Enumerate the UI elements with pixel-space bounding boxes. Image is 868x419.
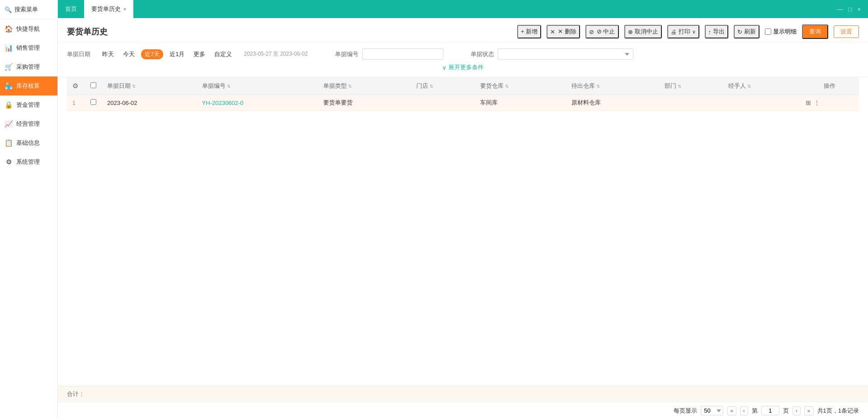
date-option-yesterday[interactable]: 昨天 bbox=[99, 49, 117, 59]
filter-row-1: 单据日期 昨天 今天 近7天 近1月 更多 自定义 2023-05-27 至 2… bbox=[67, 48, 859, 60]
sum-label: 合计： bbox=[67, 390, 85, 398]
first-page-btn[interactable]: « bbox=[727, 406, 736, 415]
th-gear[interactable]: ⚙ bbox=[67, 77, 85, 95]
window-close-icon[interactable]: × bbox=[857, 6, 861, 13]
display-detail-wrap: 显示明细 bbox=[765, 28, 797, 36]
export-label: 导出 bbox=[713, 28, 725, 36]
sidebar-item-finance[interactable]: 🔒 资金管理 bbox=[0, 95, 57, 114]
page-actions: + 新增 ✕ ✕ 删除 ⊘ ⊘ 中止 ⊗ 取消中止 🖨 打印 ∨ bbox=[517, 24, 859, 39]
settings-button[interactable]: 设置 bbox=[834, 25, 859, 38]
row-view-btn[interactable]: ⊞ bbox=[806, 99, 811, 106]
date-filter-options: 昨天 今天 近7天 近1月 更多 自定义 bbox=[99, 49, 235, 59]
stop-icon: ⊘ bbox=[589, 29, 594, 35]
th-store[interactable]: 门店⇅ bbox=[411, 77, 475, 95]
th-doctype-label: 单据类型 bbox=[323, 82, 347, 89]
sidebar-item-shortcut-label: 快捷导航 bbox=[16, 25, 40, 33]
row-docno: YH-20230602-0 bbox=[197, 95, 318, 111]
th-docno[interactable]: 单据编号⇅ bbox=[197, 77, 318, 95]
new-button[interactable]: + 新增 bbox=[517, 25, 541, 38]
table-container: ⚙ 单据日期⇅ 单据编号⇅ 单据类型⇅ 门店⇅ 要货仓库⇅ 待出仓库⇅ 部门⇅ … bbox=[58, 77, 868, 386]
refresh-label: 刷新 bbox=[744, 28, 756, 36]
sidebar-item-finance-label: 资金管理 bbox=[16, 101, 40, 109]
cancel-stop-label: 取消中止 bbox=[635, 28, 658, 36]
print-label: 打印 bbox=[679, 28, 690, 36]
sidebar-item-operation[interactable]: 📈 经营管理 bbox=[0, 114, 57, 133]
sidebar-item-basic[interactable]: 📋 基础信息 bbox=[0, 133, 57, 152]
query-button[interactable]: 查询 bbox=[802, 24, 828, 39]
cancel-stop-button[interactable]: ⊗ 取消中止 bbox=[624, 25, 662, 38]
page-header: 要货单历史 + 新增 ✕ ✕ 删除 ⊘ ⊘ 中止 ⊗ 取消中止 🖨 打印 bbox=[58, 18, 868, 43]
th-department[interactable]: 部门⇅ bbox=[659, 77, 723, 95]
export-icon: ↑ bbox=[708, 29, 712, 35]
sort-arrows-docno: ⇅ bbox=[227, 84, 231, 89]
window-minimize-icon[interactable]: — bbox=[837, 6, 843, 13]
date-option-today[interactable]: 今天 bbox=[120, 49, 137, 59]
sales-icon: 📊 bbox=[5, 44, 13, 52]
sidebar-item-basic-label: 基础信息 bbox=[16, 139, 40, 147]
th-pending-warehouse[interactable]: 待出仓库⇅ bbox=[566, 77, 659, 95]
sidebar-item-system[interactable]: ⚙ 系统管理 bbox=[0, 152, 57, 171]
row-actions: ⊞ ⋮ bbox=[800, 95, 859, 111]
stop-button[interactable]: ⊘ ⊘ 中止 bbox=[585, 25, 619, 38]
print-icon: 🖨 bbox=[671, 29, 677, 35]
expand-more-label: 展开更多条件 bbox=[448, 63, 484, 71]
pagination: 每页显示 20 50 100 « ‹ 第 页 › » 共1页，1条记录 bbox=[58, 402, 868, 419]
inventory-icon: 🏪 bbox=[5, 82, 13, 90]
tab-active-label: 要货单历史 bbox=[91, 5, 121, 13]
expand-more-btn[interactable]: ∨ 展开更多条件 bbox=[67, 63, 859, 71]
sidebar-item-purchase[interactable]: 🛒 采购管理 bbox=[0, 57, 57, 76]
date-option-7days[interactable]: 近7天 bbox=[141, 49, 163, 59]
th-date[interactable]: 单据日期⇅ bbox=[102, 77, 197, 95]
print-arrow-icon: ∨ bbox=[692, 29, 696, 35]
th-handler[interactable]: 经手人⇅ bbox=[723, 77, 800, 95]
row-checkbox[interactable] bbox=[90, 99, 96, 105]
sidebar-item-inventory-label: 库存核算 bbox=[16, 82, 40, 90]
tab-home[interactable]: 首页 bbox=[58, 0, 84, 18]
th-date-label: 单据日期 bbox=[107, 82, 131, 89]
delete-icon: ✕ bbox=[550, 29, 555, 35]
tab-active[interactable]: 要货单历史 × bbox=[84, 0, 133, 18]
row-doctype: 要货单要货 bbox=[318, 95, 411, 111]
export-button[interactable]: ↑ 导出 bbox=[705, 25, 729, 38]
next-page-btn[interactable]: › bbox=[793, 406, 801, 415]
sidebar-item-inventory[interactable]: 🏪 库存核算 bbox=[0, 76, 57, 95]
sidebar-item-sales[interactable]: 📊 销售管理 bbox=[0, 38, 57, 57]
page-title: 要货单历史 bbox=[67, 26, 108, 37]
th-req-warehouse[interactable]: 要货仓库⇅ bbox=[475, 77, 566, 95]
date-option-more[interactable]: 更多 bbox=[191, 49, 208, 59]
refresh-button[interactable]: ↻ 刷新 bbox=[734, 25, 760, 38]
th-doctype[interactable]: 单据类型⇅ bbox=[318, 77, 411, 95]
delete-button[interactable]: ✕ ✕ 删除 bbox=[547, 25, 580, 38]
page-number-input[interactable] bbox=[761, 406, 779, 415]
page-area: 要货单历史 + 新增 ✕ ✕ 删除 ⊘ ⊘ 中止 ⊗ 取消中止 🖨 打印 bbox=[58, 18, 868, 419]
select-all-checkbox[interactable] bbox=[90, 82, 96, 88]
doc-number-input[interactable] bbox=[362, 48, 443, 60]
date-option-1month[interactable]: 近1月 bbox=[167, 49, 187, 59]
display-detail-label: 显示明细 bbox=[773, 28, 797, 36]
sidebar-search-label: 搜索菜单 bbox=[14, 5, 38, 14]
display-detail-checkbox[interactable] bbox=[765, 29, 771, 35]
prev-page-btn[interactable]: ‹ bbox=[740, 406, 748, 415]
refresh-icon: ↻ bbox=[737, 29, 742, 35]
main: 首页 要货单历史 × — □ × 要货单历史 + 新增 ✕ ✕ 删除 ⊘ bbox=[58, 0, 868, 419]
docno-link[interactable]: YH-20230602-0 bbox=[202, 100, 244, 106]
row-date: 2023-06-02 bbox=[102, 95, 197, 111]
th-handler-label: 经手人 bbox=[728, 82, 746, 89]
print-button[interactable]: 🖨 打印 ∨ bbox=[667, 25, 699, 38]
sidebar-item-shortcut[interactable]: 🏠 快捷导航 bbox=[0, 19, 57, 38]
purchase-icon: 🛒 bbox=[5, 63, 13, 71]
gear-icon[interactable]: ⚙ bbox=[72, 82, 78, 90]
sidebar-item-system-label: 系统管理 bbox=[16, 158, 40, 166]
last-page-btn[interactable]: » bbox=[804, 406, 814, 415]
sort-arrows-date: ⇅ bbox=[132, 84, 136, 89]
tab-home-label: 首页 bbox=[65, 5, 77, 13]
window-maximize-icon[interactable]: □ bbox=[849, 6, 852, 13]
table-footer: 合计： bbox=[58, 386, 868, 402]
sidebar-item-operation-label: 经营管理 bbox=[16, 120, 40, 128]
row-more-btn[interactable]: ⋮ bbox=[814, 99, 820, 106]
date-option-custom[interactable]: 自定义 bbox=[212, 49, 235, 59]
status-select[interactable] bbox=[498, 48, 633, 60]
tab-close-icon[interactable]: × bbox=[123, 6, 126, 12]
sidebar-search[interactable]: 🔍 搜索菜单 bbox=[0, 0, 57, 19]
page-size-select[interactable]: 20 50 100 bbox=[701, 406, 723, 415]
